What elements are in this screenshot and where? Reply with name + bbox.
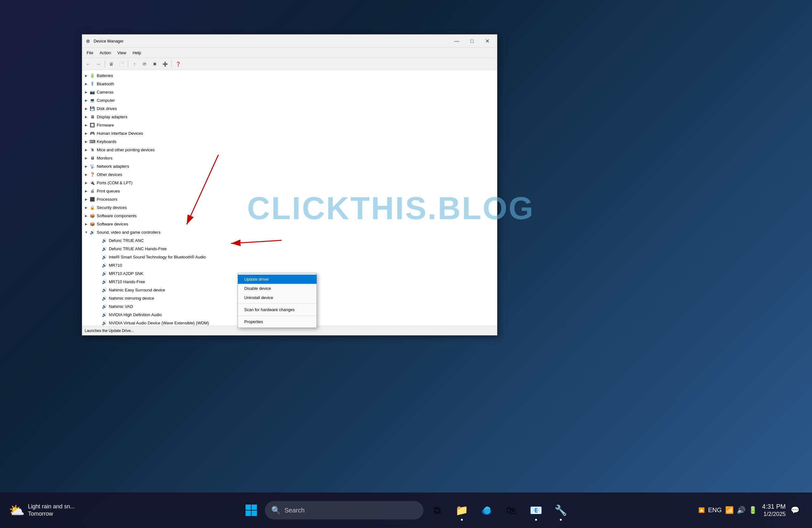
tree-item-monitors[interactable]: ▶ 🖥 Monitors [82, 154, 497, 162]
toolbar-sep2 [128, 61, 128, 68]
tree-item-intel-smart[interactable]: 🔊 Intel® Smart Sound Technology for Blue… [82, 253, 497, 261]
tray-chevron[interactable]: 🔼 [698, 507, 705, 513]
tray-battery[interactable]: 🔋 [749, 506, 757, 514]
tree-item-computer[interactable]: ▶ 💻 Computer [82, 96, 497, 104]
start-button[interactable] [240, 499, 262, 521]
tree-item-bluetooth[interactable]: ▶ ᛒ Bluetooth [82, 79, 497, 88]
expand-nahimic-easy [96, 287, 101, 293]
label-display-adapters: Display adapters [97, 115, 128, 119]
ctx-disable-device[interactable]: Disable device [238, 284, 317, 293]
dev-tools-button[interactable]: 🔧 [550, 499, 572, 521]
tree-item-processors[interactable]: ▶ ⬛ Processors [82, 195, 497, 203]
ctx-update-driver[interactable]: Update driver [238, 275, 317, 284]
expand-defunc-handsfree [96, 246, 101, 251]
expand-disk-drives: ▶ [84, 106, 89, 111]
tree-item-defunc-anc[interactable]: 🔊 Defunc TRUE ANC [82, 236, 497, 245]
label-firmware: Firmware [97, 123, 114, 128]
ctx-sep1 [238, 304, 317, 304]
expand-display-adapters: ▶ [84, 114, 89, 120]
label-processors: Processors [97, 197, 117, 202]
tree-item-software-devices[interactable]: ▶ 📦 Software devices [82, 220, 497, 228]
label-batteries: Batteries [97, 73, 113, 78]
expand-bluetooth: ▶ [84, 81, 89, 87]
tree-item-sound[interactable]: ▼ 🔊 Sound, video and game controllers [82, 228, 497, 236]
close-button[interactable]: ✕ [480, 36, 494, 46]
taskbar-search-bar[interactable]: 🔍 Search [265, 501, 423, 519]
expand-mr710-a2dp [96, 270, 101, 276]
tree-item-batteries[interactable]: ▶ 🔋 Batteries [82, 71, 497, 79]
ctx-scan-hardware[interactable]: Scan for hardware changes [238, 305, 317, 314]
expand-other-devices: ▶ [84, 172, 89, 177]
tray-language[interactable]: ENG [708, 507, 722, 514]
outlook-button[interactable]: 📧 [525, 499, 547, 521]
toolbar-properties[interactable]: 📄 [117, 60, 126, 69]
tree-item-security[interactable]: ▶ 🔒 Security devices [82, 203, 497, 211]
tree-item-ports[interactable]: ▶ 🔌 Ports (COM & LPT) [82, 178, 497, 187]
icon-display-adapters: 🖥 [89, 114, 96, 120]
tree-item-human-interface[interactable]: ▶ 🎮 Human Interface Devices [82, 129, 497, 137]
tree-item-cameras[interactable]: ▶ 📷 Cameras [82, 88, 497, 96]
toolbar-update-driver[interactable]: ↑ [130, 60, 139, 69]
notifications-icon[interactable]: 💬 [791, 506, 799, 514]
ctx-uninstall-device[interactable]: Uninstall device [238, 293, 317, 302]
label-intel-smart: Intel® Smart Sound Technology for Blueto… [109, 255, 206, 260]
tree-item-firmware[interactable]: ▶ 🔲 Firmware [82, 121, 497, 129]
menu-file[interactable]: File [84, 49, 97, 56]
store-icon: 🛍 [504, 503, 519, 518]
toolbar-forward[interactable]: → [93, 60, 103, 69]
icon-defunc-anc: 🔊 [101, 237, 107, 244]
tree-item-defunc-handsfree[interactable]: 🔊 Defunc TRUE ANC Hands-Free [82, 245, 497, 253]
minimize-button[interactable]: — [449, 36, 464, 46]
label-nahimic-easy: Nahimic Easy Surround device [109, 288, 165, 292]
tree-item-mr710[interactable]: 🔊 MR710 [82, 261, 497, 269]
task-view-button[interactable]: ⧉ [426, 499, 448, 521]
tree-item-software-components[interactable]: ▶ 📦 Software components [82, 211, 497, 220]
toolbar-device-manager[interactable]: 🖥 [106, 60, 116, 69]
expand-processors: ▶ [84, 196, 89, 202]
menu-view[interactable]: View [114, 49, 129, 56]
weather-widget[interactable]: ⛅ Light rain and sn... Tomorrow [9, 503, 75, 518]
toolbar-scan[interactable]: ⟳ [140, 60, 149, 69]
ctx-properties[interactable]: Properties [238, 317, 317, 326]
toolbar-uninstall[interactable]: ✖ [150, 60, 160, 69]
label-monitors: Monitors [97, 156, 113, 160]
system-tray: 🔼 ENG 📶 🔊 🔋 4:31 PM 1/2/2025 💬 [698, 502, 799, 518]
expand-sound: ▼ [84, 229, 89, 235]
expand-nahimic-vad [96, 304, 101, 309]
tree-item-keyboards[interactable]: ▶ ⌨ Keyboards [82, 137, 497, 146]
expand-nvidia-virtual [96, 320, 101, 326]
expand-software-components: ▶ [84, 213, 89, 219]
toolbar-add[interactable]: ➕ [160, 60, 170, 69]
file-explorer-button[interactable]: 📁 [451, 499, 473, 521]
toolbar-back[interactable]: ← [84, 60, 93, 69]
store-button[interactable]: 🛍 [500, 499, 522, 521]
expand-ports: ▶ [84, 180, 89, 186]
edge-button[interactable] [476, 499, 498, 521]
tree-item-other-devices[interactable]: ▶ ❓ Other devices [82, 170, 497, 178]
tree-item-network-adapters[interactable]: ▶ 📡 Network adapters [82, 162, 497, 170]
tray-volume[interactable]: 🔊 [737, 506, 745, 514]
tree-item-print-queues[interactable]: ▶ 🖨 Print queues [82, 187, 497, 195]
icon-security: 🔒 [89, 204, 96, 210]
clock-date: 1/2/2025 [762, 511, 786, 518]
clock[interactable]: 4:31 PM 1/2/2025 [762, 502, 786, 518]
icon-software-devices: 📦 [89, 221, 96, 227]
maximize-button[interactable]: □ [465, 36, 479, 46]
tree-item-mice[interactable]: ▶ 🖱 Mice and other pointing devices [82, 146, 497, 154]
toolbar-help[interactable]: ❓ [173, 60, 183, 69]
tray-wifi[interactable]: 📶 [725, 506, 734, 514]
label-nvidia-hd: NVIDIA High Definition Audio [109, 312, 162, 317]
label-nahimic-vad: Nahimic VAD [109, 304, 133, 309]
file-explorer-active-dot [461, 519, 463, 521]
window-title: Device Manager [93, 39, 449, 43]
weather-icon: ⛅ [9, 503, 25, 518]
tree-item-display-adapters[interactable]: ▶ 🖥 Display adapters [82, 113, 497, 121]
icon-firmware: 🔲 [89, 122, 96, 128]
menu-help[interactable]: Help [129, 49, 144, 56]
expand-mice: ▶ [84, 147, 89, 152]
icon-cameras: 📷 [89, 89, 96, 95]
tree-item-disk-drives[interactable]: ▶ 💾 Disk drives [82, 104, 497, 113]
title-bar: ⚙ Device Manager — □ ✕ [82, 34, 497, 48]
menu-action[interactable]: Action [97, 49, 114, 56]
desktop: ⚙ Device Manager — □ ✕ File Action View … [0, 0, 812, 528]
